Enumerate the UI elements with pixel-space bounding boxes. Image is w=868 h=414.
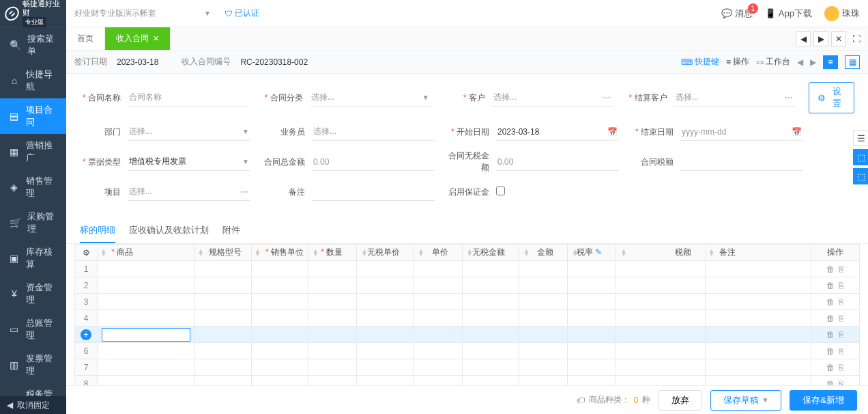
start-date-input[interactable]: 2023-03-18📅 (496, 123, 619, 141)
cell[interactable] (251, 343, 308, 359)
cell[interactable] (357, 294, 414, 310)
cell[interactable] (194, 359, 251, 376)
sidebar-item-5[interactable]: 🛒采购管理 (0, 205, 66, 240)
table-row[interactable]: 8🗑⎘ (75, 376, 860, 386)
dtab-receivable[interactable]: 应收确认及收款计划 (129, 219, 209, 243)
cell[interactable] (706, 310, 811, 327)
delete-icon[interactable]: 🗑 (826, 363, 835, 372)
cell-product[interactable] (98, 310, 195, 327)
cell[interactable] (519, 310, 567, 327)
invoice-type-select[interactable]: 增值税专用发票▼ (128, 153, 250, 171)
cell[interactable] (194, 261, 251, 277)
cell[interactable] (462, 327, 519, 343)
cell[interactable] (414, 343, 462, 359)
cell[interactable] (462, 359, 519, 376)
cell[interactable] (616, 343, 706, 359)
close-icon[interactable]: ✕ (153, 34, 159, 43)
next-record-button[interactable]: ▶ (810, 57, 816, 67)
cell-product[interactable] (98, 294, 195, 310)
delete-icon[interactable]: 🗑 (826, 330, 835, 340)
cell[interactable] (568, 376, 616, 386)
table-row[interactable]: 4🗑⎘ (75, 310, 860, 327)
cell[interactable] (308, 343, 357, 359)
cell-product[interactable] (98, 359, 195, 376)
cell[interactable] (706, 277, 811, 294)
sidebar-item-7[interactable]: ¥资金管理 (0, 276, 66, 312)
cell[interactable] (616, 376, 706, 386)
cell[interactable] (308, 277, 357, 294)
cell[interactable] (568, 359, 616, 376)
cell[interactable] (308, 310, 357, 327)
delete-icon[interactable]: 🗑 (826, 281, 835, 290)
col-price[interactable]: ▲▼单价 (414, 245, 462, 261)
cell[interactable] (308, 327, 357, 343)
copy-icon[interactable]: ⎘ (839, 330, 843, 340)
cell[interactable] (414, 359, 462, 376)
cell[interactable] (462, 261, 519, 277)
cell[interactable] (251, 376, 308, 386)
cell-product[interactable] (98, 343, 195, 359)
col-amount[interactable]: ▲▼金额 (519, 245, 567, 261)
cell[interactable] (308, 376, 357, 386)
workbench-link[interactable]: ▭工作台 (756, 56, 790, 68)
cell[interactable] (706, 294, 811, 310)
cell[interactable] (357, 310, 414, 327)
side-widget-2[interactable]: ⬚ (853, 149, 868, 165)
cell[interactable] (706, 359, 811, 376)
copy-icon[interactable]: ⎘ (839, 363, 843, 372)
cell[interactable] (706, 343, 811, 359)
cell[interactable] (706, 327, 811, 343)
delete-icon[interactable]: 🗑 (826, 314, 835, 323)
dtab-attach[interactable]: 附件 (222, 219, 240, 243)
project-select[interactable]: 选择...⋯ (128, 183, 250, 201)
copy-icon[interactable]: ⎘ (839, 281, 843, 290)
sidebar-item-6[interactable]: ▣库存核算 (0, 240, 66, 276)
table-row[interactable]: +🗑⎘ (75, 327, 860, 343)
sign-date-value[interactable]: 2023-03-18 (117, 57, 158, 67)
contract-type-select[interactable]: 选择...▼ (310, 89, 431, 107)
salesman-select[interactable]: 选择... (312, 123, 435, 141)
cell[interactable] (357, 277, 414, 294)
table-row[interactable]: 7🗑⎘ (75, 359, 860, 376)
cell[interactable] (414, 277, 462, 294)
copy-icon[interactable]: ⎘ (839, 314, 843, 323)
cell[interactable] (568, 343, 616, 359)
cell[interactable] (194, 376, 251, 386)
pin-toggle[interactable]: ◀ 取消固定 (0, 396, 66, 414)
table-row[interactable]: 6🗑⎘ (75, 343, 860, 359)
cell[interactable] (357, 359, 414, 376)
col-taxrate[interactable]: ▲▼税率 ✎ (568, 245, 616, 261)
table-row[interactable]: 2🗑⎘ (75, 277, 860, 294)
cell[interactable] (568, 294, 616, 310)
settle-customer-select[interactable]: 选择...⋯ (674, 89, 795, 107)
col-notax-amount[interactable]: ▲▼无税金额 (462, 245, 519, 261)
copy-icon[interactable]: ⎘ (839, 346, 843, 356)
col-gear[interactable]: ⚙ (75, 245, 98, 261)
col-spec[interactable]: ▲▼规格型号 (194, 245, 251, 261)
sidebar-item-8[interactable]: ▭总账管理 (0, 312, 66, 347)
tab-close-all-button[interactable]: ✕ (831, 31, 846, 46)
sidebar-item-9[interactable]: ▥发票管理 (0, 347, 66, 383)
cell[interactable] (357, 376, 414, 386)
side-widget-3[interactable]: ⬚ (853, 168, 868, 184)
sidebar-item-3[interactable]: ▦营销推广 (0, 134, 66, 169)
cell[interactable] (414, 294, 462, 310)
dtab-items[interactable]: 标的明细 (80, 219, 115, 243)
cell[interactable] (194, 327, 251, 343)
tab-next-button[interactable]: ▶ (813, 31, 828, 46)
cell[interactable] (616, 261, 706, 277)
cell[interactable] (462, 310, 519, 327)
message-button[interactable]: 💬 消息 1 (721, 8, 753, 20)
col-tax[interactable]: ▲▼税额 (616, 245, 706, 261)
cell[interactable] (414, 310, 462, 327)
col-unit[interactable]: ▲▼* 销售单位 (251, 245, 308, 261)
delete-icon[interactable]: 🗑 (826, 346, 835, 356)
cell[interactable] (616, 327, 706, 343)
end-date-input[interactable]: yyyy-mm-dd📅 (680, 123, 803, 141)
cell[interactable] (357, 327, 414, 343)
cell[interactable] (519, 343, 567, 359)
cell[interactable] (308, 294, 357, 310)
cell[interactable] (251, 261, 308, 277)
tab-home[interactable]: 首页 (66, 27, 105, 50)
cell[interactable] (308, 359, 357, 376)
